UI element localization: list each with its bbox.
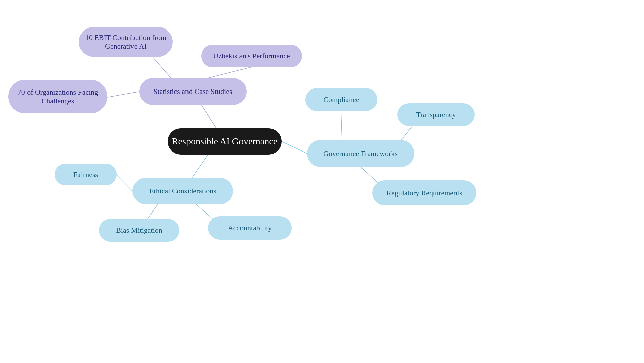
svg-line-3 (107, 92, 139, 97)
uzbekistan-node[interactable]: Uzbekistan's Performance (201, 45, 302, 67)
accountability-node[interactable]: Accountability (208, 216, 292, 240)
regulatory-node[interactable]: Regulatory Requirements (372, 180, 476, 205)
svg-line-5 (117, 175, 132, 191)
bias-node[interactable]: Bias Mitigation (99, 219, 179, 242)
fairness-node[interactable]: Fairness (55, 164, 117, 185)
seventy-node[interactable]: 70 of Organizations Facing Challenges (8, 80, 107, 113)
ebit-node[interactable]: 10 EBIT Contribution from Generative AI (79, 27, 173, 57)
center-node[interactable]: Responsible AI Governance (168, 128, 282, 155)
ethical-node[interactable]: Ethical Considerations (132, 178, 233, 204)
statistics-node[interactable]: Statistics and Case Studies (139, 78, 247, 105)
governance-node[interactable]: Governance Frameworks (307, 140, 414, 167)
svg-line-1 (153, 57, 171, 78)
svg-line-9 (341, 111, 342, 140)
compliance-node[interactable]: Compliance (305, 88, 377, 111)
svg-line-2 (208, 67, 252, 78)
svg-line-8 (282, 141, 307, 154)
transparency-node[interactable]: Transparency (397, 103, 475, 126)
